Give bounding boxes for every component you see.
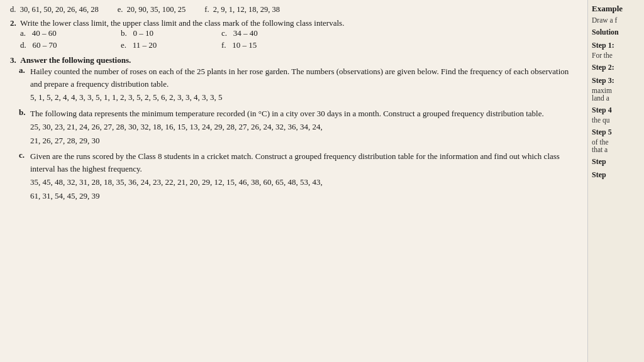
q3-sub-c-label: c. <box>19 150 28 160</box>
sidebar-step5-text: of the <box>592 138 640 146</box>
q3-sub-b-row: b. The following data represents the min… <box>19 107 580 147</box>
ci-a-value: 40 – 60 <box>32 28 57 38</box>
q2-header: 2. Write the lower class limit, the uppe… <box>10 18 580 28</box>
q2-text: Write the lower class limit, the upper c… <box>20 18 344 28</box>
sidebar-step5-text2: that a <box>592 146 640 153</box>
top-answers-row: d. 30, 61, 50, 20, 26, 46, 28 e. 20, 90,… <box>10 5 580 14</box>
ci-a-label: a. <box>20 28 30 38</box>
sidebar-step1-text: For the <box>592 52 640 59</box>
main-content: d. 30, 61, 50, 20, 26, 46, 28 e. 20, 90,… <box>0 0 587 362</box>
answer-d-value: 30, 61, 50, 20, 26, 46, 28 <box>20 5 99 14</box>
ci-f: f. 10 – 15 <box>221 40 322 50</box>
q3-sub-a-label: a. <box>19 65 28 75</box>
answer-e: e. 20, 90, 35, 100, 25 <box>118 5 186 14</box>
sidebar-step5: Step 5 <box>592 128 640 137</box>
sidebar-step7: Step <box>592 170 640 180</box>
sidebar-step2: Step 2: <box>592 63 640 72</box>
ci-c-value: 34 – 40 <box>233 28 258 38</box>
answer-d-label: d. <box>10 5 16 14</box>
sidebar-step3-text2: land a <box>592 94 640 102</box>
sidebar-solution: Solution <box>592 28 640 37</box>
ci-b-label: b. <box>121 28 131 38</box>
question-2: 2. Write the lower class limit, the uppe… <box>10 18 580 50</box>
sidebar: Example Draw a f Solution Step 1: For th… <box>587 0 644 362</box>
ci-f-value: 10 – 15 <box>232 40 257 50</box>
answer-f: f. 2, 9, 1, 12, 18, 29, 38 <box>204 5 280 14</box>
q3-sub-a-data: 5, 1, 5, 2, 4, 4, 3, 3, 5, 1, 1, 2, 3, 5… <box>30 91 580 104</box>
q3-sub-c-data1: 35, 45, 48, 32, 31, 28, 18, 35, 36, 24, … <box>30 176 580 189</box>
q2-number: 2. <box>10 18 16 28</box>
ci-a: a. 40 – 60 <box>20 28 121 38</box>
answer-d: d. 30, 61, 50, 20, 26, 46, 28 <box>10 5 99 14</box>
q3-sub-a-content: Hailey counted the number of roses on ea… <box>30 65 580 104</box>
sidebar-step3: Step 3: <box>592 76 640 85</box>
answer-f-label: f. <box>204 5 209 14</box>
sidebar-title: Example <box>592 4 640 14</box>
q3-header-row: 3. Answer the following questions. <box>10 55 580 65</box>
q3-number: 3. <box>10 55 16 65</box>
ci-row-1: a. 40 – 60 b. 0 – 10 c. 34 – 40 <box>20 28 580 38</box>
ci-row-2: d. 60 – 70 e. 11 – 20 f. 10 – 15 <box>20 40 580 50</box>
ci-e-label: e. <box>121 40 131 50</box>
ci-d-label: d. <box>20 40 30 50</box>
q3-sub-b-content: The following data represents the minimu… <box>30 107 544 147</box>
ci-b: b. 0 – 10 <box>121 28 221 38</box>
answer-f-value: 2, 9, 1, 12, 18, 29, 38 <box>213 5 280 14</box>
q3-sub-c-content: Given are the runs scored by the Class 8… <box>30 150 580 202</box>
q3-subquestions: a. Hailey counted the number of roses on… <box>19 65 580 202</box>
ci-c: c. 34 – 40 <box>221 28 322 38</box>
q3-sub-c-text: Given are the runs scored by the Class 8… <box>30 151 560 173</box>
q3-sub-b-text: The following data represents the minimu… <box>30 109 544 118</box>
q3-sub-a: a. Hailey counted the number of roses on… <box>19 65 580 104</box>
q3-sub-c-data2: 61, 31, 54, 45, 29, 39 <box>30 190 580 202</box>
ci-f-label: f. <box>221 40 230 50</box>
ci-e: e. 11 – 20 <box>121 40 221 50</box>
q3-sub-a-text: Hailey counted the number of roses on ea… <box>30 67 569 89</box>
ci-c-label: c. <box>221 28 231 38</box>
ci-d-value: 60 – 70 <box>33 40 57 50</box>
q3-sub-a-row: a. Hailey counted the number of roses on… <box>19 65 580 104</box>
sidebar-step1: Step 1: <box>592 41 640 50</box>
sidebar-step4: Step 4 <box>592 106 640 115</box>
q3-sub-b-label: b. <box>19 107 28 118</box>
ci-b-value: 0 – 10 <box>133 28 154 38</box>
sidebar-step4-text: the qu <box>592 116 640 124</box>
ci-d: d. 60 – 70 <box>20 40 121 50</box>
q3-sub-b-data2: 21, 26, 27, 28, 29, 30 <box>30 134 544 147</box>
q3-sub-b-data1: 25, 30, 23, 21, 24, 26, 27, 28, 30, 32, … <box>30 121 544 133</box>
q3-sub-c-row: c. Given are the runs scored by the Clas… <box>19 150 580 202</box>
ci-e-value: 11 – 20 <box>133 40 157 50</box>
answer-e-value: 20, 90, 35, 100, 25 <box>127 5 186 14</box>
q3-header-text: Answer the following questions. <box>20 55 131 65</box>
q2-class-intervals: a. 40 – 60 b. 0 – 10 c. 34 – 40 d. 60 – … <box>20 28 580 50</box>
q3-sub-c: c. Given are the runs scored by the Clas… <box>19 150 580 202</box>
question-3: 3. Answer the following questions. a. Ha… <box>10 55 580 202</box>
q3-sub-b: b. The following data represents the min… <box>19 107 580 147</box>
sidebar-step3-text: maxim <box>592 87 640 94</box>
sidebar-step6: Step <box>592 157 640 167</box>
answer-e-label: e. <box>118 5 123 14</box>
sidebar-subtitle: Draw a f <box>592 16 640 24</box>
